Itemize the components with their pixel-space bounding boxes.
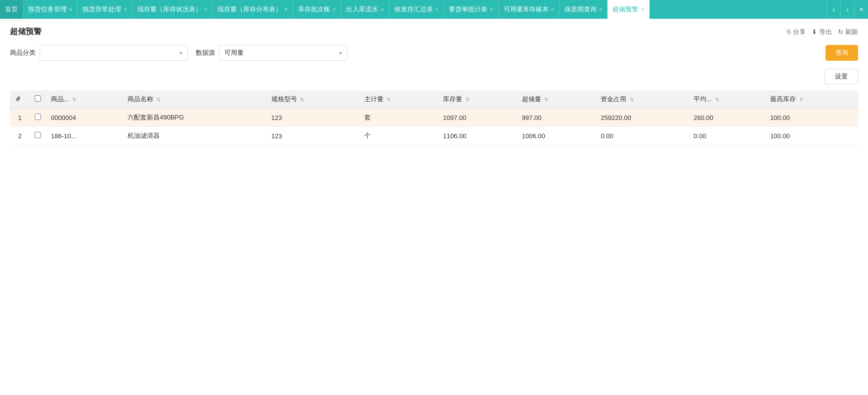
chevron-down-icon: ▾ — [179, 50, 182, 56]
row-unit: 套 — [359, 109, 438, 127]
nav-close-icon[interactable]: × — [204, 6, 207, 12]
row-capital: 0.00 — [596, 127, 689, 145]
row-checkbox-cell — [30, 109, 46, 127]
row-num: 2 — [10, 127, 30, 145]
row-name: 机油滤清器 — [123, 127, 266, 145]
sort-icon[interactable]: ⇅ — [466, 97, 470, 102]
sort-icon[interactable]: ⇅ — [72, 97, 76, 102]
export-button[interactable]: ⬇ 导出 — [812, 28, 832, 37]
th-avg: 平均... ⇅ — [689, 90, 765, 109]
th-code-label: 商品... — [51, 95, 69, 103]
th-avg-label: 平均... — [694, 95, 712, 103]
nav-home[interactable]: 首页 — [0, 0, 23, 19]
page-content: 超储预警 ⎘ 分享 ⬇ 导出 ↻ 刷新 商品分类 ▾ 数据源 — [0, 19, 868, 395]
nav-abnormal-processing[interactable]: 拣货异常处理 × — [78, 0, 132, 19]
th-code: 商品... ⇅ — [46, 90, 123, 109]
th-stock-label: 库存量 — [443, 95, 462, 103]
th-gear — [10, 90, 30, 109]
nav-batch-account[interactable]: 库存批次账 × — [293, 0, 341, 19]
share-icon: ⎘ — [787, 28, 791, 36]
th-checkbox — [30, 90, 46, 109]
nav-close-all[interactable]: × — [854, 0, 868, 19]
row-spec: 123 — [266, 109, 359, 127]
row-max: 100.00 — [765, 127, 858, 145]
datasource-select[interactable]: 可用量 ▾ — [219, 45, 347, 61]
row-avg: 260.00 — [689, 109, 765, 127]
table-row: 2 186-10... 机油滤清器 123 个 1106.00 1006.00 … — [10, 127, 858, 145]
row-checkbox[interactable] — [35, 114, 41, 120]
header-actions: ⎘ 分享 ⬇ 导出 ↻ 刷新 — [787, 28, 858, 37]
chevron-down-icon: ▾ — [339, 50, 342, 56]
nav-close-icon[interactable]: × — [490, 6, 493, 12]
th-max-label: 最高库存 — [770, 95, 796, 103]
settings-button[interactable]: 设置 — [825, 69, 858, 84]
sort-icon[interactable]: ⇅ — [630, 97, 634, 102]
nav-close-icon[interactable]: × — [333, 6, 336, 12]
sort-icon[interactable]: ⇅ — [157, 97, 161, 102]
row-code: 0000004 — [46, 109, 123, 127]
page-header: 超储预警 ⎘ 分享 ⬇ 导出 ↻ 刷新 — [10, 27, 858, 37]
th-spec-label: 规格型号 — [271, 95, 297, 103]
datasource-label: 数据源 — [196, 48, 215, 57]
row-name: 六配套新昌490BPG — [123, 109, 266, 127]
sort-icon[interactable]: ⇅ — [300, 97, 304, 102]
th-spec: 规格型号 ⇅ — [266, 90, 359, 109]
datasource-filter: 数据源 可用量 ▾ — [196, 45, 347, 61]
select-all-checkbox[interactable] — [35, 95, 41, 102]
top-nav: 首页 拣货任务管理 × 拣货异常处理 × 现存量（库存状况表） × 现存量（库存… — [0, 0, 868, 19]
th-over: 超储量 ⇅ — [517, 90, 596, 109]
row-stock: 1097.00 — [438, 109, 517, 127]
th-over-label: 超储量 — [522, 95, 541, 103]
row-capital: 259220.00 — [596, 109, 689, 127]
nav-summary-table[interactable]: 收发存汇总表 × — [390, 0, 444, 19]
row-checkbox[interactable] — [35, 132, 41, 138]
nav-arrows: ‹ › × — [826, 0, 868, 19]
nav-inventory-status[interactable]: 现存量（库存状况表） × — [132, 0, 213, 19]
table-row: 1 0000004 六配套新昌490BPG 123 套 1097.00 997.… — [10, 109, 858, 127]
row-spec: 123 — [266, 127, 359, 145]
table-header-row: 商品... ⇅ 商品名称 ⇅ 规格型号 ⇅ 主计量 ⇅ 库存量 ⇅ — [10, 90, 858, 109]
sort-icon[interactable]: ⇅ — [544, 97, 548, 102]
nav-close-icon[interactable]: × — [599, 6, 602, 12]
query-button[interactable]: 查询 — [825, 45, 858, 61]
nav-close-icon[interactable]: × — [284, 6, 287, 12]
row-avg: 0.00 — [689, 127, 765, 145]
nav-inventory-distribution[interactable]: 现存量（库存分布表） × — [213, 0, 293, 19]
refresh-button[interactable]: ↻ 刷新 — [838, 28, 858, 37]
nav-close-icon[interactable]: × — [435, 6, 438, 12]
th-name-label: 商品名称 — [128, 95, 153, 103]
row-max: 100.00 — [765, 109, 858, 127]
gear-icon[interactable] — [15, 96, 22, 104]
th-unit-label: 主计量 — [364, 95, 384, 103]
row-unit: 个 — [359, 127, 438, 145]
sort-icon[interactable]: ⇅ — [799, 97, 803, 102]
row-over: 1006.00 — [517, 127, 596, 145]
nav-inout-flow[interactable]: 出入库流水 × — [341, 0, 389, 19]
category-label: 商品分类 — [10, 48, 36, 57]
refresh-icon: ↻ — [838, 28, 843, 36]
page-title: 超储预警 — [10, 27, 42, 37]
sort-icon[interactable]: ⇅ — [387, 97, 391, 102]
nav-task-management[interactable]: 拣货任务管理 × — [23, 0, 78, 19]
share-button[interactable]: ⎘ 分享 — [787, 28, 806, 37]
nav-close-icon[interactable]: × — [381, 6, 384, 12]
th-name: 商品名称 ⇅ — [123, 90, 266, 109]
row-over: 997.00 — [517, 109, 596, 127]
sort-icon[interactable]: ⇅ — [715, 97, 719, 102]
category-select[interactable]: ▾ — [40, 45, 188, 61]
nav-close-icon[interactable]: × — [69, 6, 72, 12]
nav-close-icon[interactable]: × — [551, 6, 554, 12]
nav-available-account[interactable]: 可用量库存账本 × — [499, 0, 560, 19]
th-capital: 资金占用 ⇅ — [596, 90, 689, 109]
data-table: 商品... ⇅ 商品名称 ⇅ 规格型号 ⇅ 主计量 ⇅ 库存量 ⇅ — [10, 90, 858, 145]
nav-close-icon[interactable]: × — [641, 6, 644, 12]
nav-prev-arrow[interactable]: ‹ — [826, 0, 840, 19]
row-checkbox-cell — [30, 127, 46, 145]
th-unit: 主计量 ⇅ — [359, 90, 438, 109]
th-capital-label: 资金占用 — [601, 95, 626, 103]
nav-close-icon[interactable]: × — [124, 6, 127, 12]
nav-overstock-warning[interactable]: 超储预警 × — [608, 0, 649, 19]
nav-quality-query[interactable]: 保质期查询 × — [560, 0, 608, 19]
nav-order-stats[interactable]: 要货单统计表 × — [444, 0, 498, 19]
nav-next-arrow[interactable]: › — [840, 0, 854, 19]
